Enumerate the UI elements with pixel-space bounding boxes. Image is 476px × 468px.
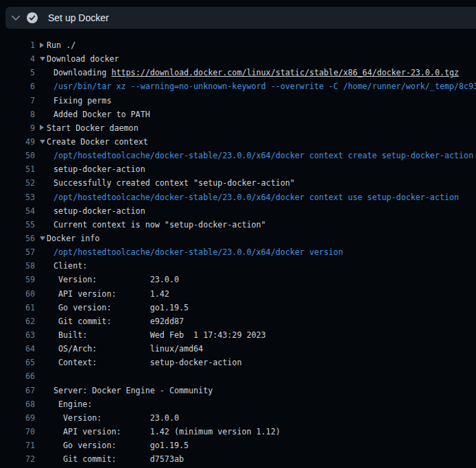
- check-circle-icon: [27, 12, 38, 23]
- log-text: Added Docker to PATH: [53, 108, 150, 121]
- log-text: Context: setup-docker-action: [53, 356, 241, 369]
- log-text-segment: Version: 23.0.0: [53, 275, 179, 284]
- line-number[interactable]: 72: [0, 452, 35, 466]
- group-collapse-icon[interactable]: [40, 236, 45, 241]
- log-line: 68 Engine:: [0, 397, 476, 411]
- line-number[interactable]: 1: [0, 38, 35, 52]
- log-line: 65 Context: setup-docker-action: [0, 356, 476, 369]
- log-group-line[interactable]: 1 Run ./: [0, 38, 476, 52]
- line-number[interactable]: 51: [0, 162, 35, 176]
- line-number[interactable]: 61: [0, 301, 35, 315]
- step-header[interactable]: Set up Docker: [5, 7, 476, 29]
- line-number[interactable]: 8: [0, 108, 35, 121]
- log-group-line[interactable]: 56 Docker info: [0, 232, 476, 245]
- line-number[interactable]: 6: [0, 79, 35, 93]
- line-number[interactable]: 59: [0, 273, 35, 286]
- line-number[interactable]: 54: [0, 204, 35, 218]
- line-number[interactable]: 53: [0, 190, 35, 204]
- log-link[interactable]: https://download.docker.com/linux/static…: [111, 68, 459, 77]
- log-text-segment: Go version: go1.19.5: [53, 303, 189, 312]
- log-text: Fixing perms: [53, 94, 111, 108]
- line-number[interactable]: 64: [0, 342, 35, 356]
- group-expand-icon[interactable]: [40, 125, 44, 130]
- log-line: 57 /opt/hostedtoolcache/docker-stable/23…: [0, 245, 476, 259]
- chevron-down-icon[interactable]: [10, 12, 21, 23]
- line-number[interactable]: 71: [0, 439, 35, 452]
- line-number[interactable]: 67: [0, 384, 35, 397]
- log-group-line[interactable]: 49 Create Docker context: [0, 135, 476, 149]
- log-text-segment: Version: 23.0.0: [53, 413, 179, 423]
- line-number[interactable]: 4: [0, 52, 35, 66]
- line-number[interactable]: 62: [0, 315, 35, 328]
- log-line: 54 setup-docker-action: [0, 204, 476, 218]
- log-line: 69 Version: 23.0.0: [0, 411, 476, 425]
- log-text: Server: Docker Engine - Community: [53, 384, 213, 397]
- line-number[interactable]: 70: [0, 425, 35, 439]
- log-text-segment: Start Docker daemon: [47, 123, 139, 133]
- log-line: 50 /opt/hostedtoolcache/docker-stable/23…: [0, 149, 476, 162]
- line-number[interactable]: 9: [0, 121, 35, 135]
- line-number[interactable]: 52: [0, 176, 35, 190]
- line-number[interactable]: 63: [0, 328, 35, 342]
- log-text-segment: API version: 1.42: [53, 289, 169, 299]
- log-text: /opt/hostedtoolcache/docker-stable/23.0.…: [53, 245, 343, 259]
- log-text: Download docker: [47, 52, 119, 66]
- log-line: 71 Go version: go1.19.5: [0, 439, 476, 452]
- log-line: 53 /opt/hostedtoolcache/docker-stable/23…: [0, 190, 476, 204]
- log-text: Downloading https://download.docker.com/…: [53, 66, 459, 79]
- log-text: Current context is now "setup-docker-act…: [53, 218, 266, 232]
- log-text: Run ./: [47, 38, 75, 52]
- log-text-segment: Run ./: [47, 40, 75, 50]
- log-line: 64 OS/Arch: linux/amd64: [0, 342, 476, 356]
- log-line: 55 Current context is now "setup-docker-…: [0, 218, 476, 232]
- line-number[interactable]: 60: [0, 287, 35, 301]
- log-group-line[interactable]: 9 Start Docker daemon: [0, 121, 476, 135]
- log-line: 67 Server: Docker Engine - Community: [0, 384, 476, 397]
- log-text-segment: Create Docker context: [47, 137, 148, 147]
- line-number[interactable]: 50: [0, 149, 35, 162]
- log-text: Built: Wed Feb 1 17:43:29 2023: [53, 328, 266, 342]
- log-text-segment: Downloading: [53, 68, 111, 77]
- log-text-segment: Server: Docker Engine - Community: [53, 386, 213, 395]
- log-text-segment: Added Docker to PATH: [53, 110, 150, 119]
- log-text-segment: OS/Arch: linux/amd64: [53, 344, 203, 354]
- log-text-segment: API version: 1.42 (minimum version 1.12): [53, 427, 281, 436]
- log-text: Git commit: d7573ab: [53, 452, 184, 466]
- log-line: 8 Added Docker to PATH: [0, 108, 476, 121]
- log-text: Create Docker context: [47, 135, 148, 149]
- log-text: Git commit: e92dd87: [53, 315, 184, 328]
- line-number[interactable]: 69: [0, 411, 35, 425]
- group-collapse-icon[interactable]: [40, 140, 45, 144]
- log-text: Engine:: [53, 397, 92, 411]
- line-number[interactable]: 68: [0, 397, 35, 411]
- log-line: 61 Go version: go1.19.5: [0, 301, 476, 315]
- log-lines: 1 Run ./ 4 Download docker 5 Downloading…: [0, 38, 476, 466]
- log-text: setup-docker-action: [53, 204, 145, 218]
- line-number[interactable]: 55: [0, 218, 35, 232]
- log-text: /usr/bin/tar xz --warning=no-unknown-key…: [53, 79, 476, 93]
- log-text: Client:: [53, 259, 87, 273]
- line-number[interactable]: 5: [0, 66, 35, 79]
- log-group-line[interactable]: 4 Download docker: [0, 52, 476, 66]
- log-text-segment: Successfully created context "setup-dock…: [53, 178, 295, 188]
- log-text-segment: Git commit: d7573ab: [53, 454, 184, 464]
- log-text: Go version: go1.19.5: [53, 301, 189, 315]
- line-number[interactable]: 58: [0, 259, 35, 273]
- line-number[interactable]: 57: [0, 245, 35, 259]
- log-line: 7 Fixing perms: [0, 94, 476, 108]
- log-line: 51 setup-docker-action: [0, 162, 476, 176]
- group-collapse-icon[interactable]: [40, 57, 45, 61]
- log-text: /opt/hostedtoolcache/docker-stable/23.0.…: [53, 190, 459, 204]
- line-number[interactable]: 56: [0, 232, 35, 245]
- line-number[interactable]: 66: [0, 369, 35, 383]
- log-text: Version: 23.0.0: [53, 273, 179, 286]
- line-number[interactable]: 7: [0, 94, 35, 108]
- line-number[interactable]: 65: [0, 356, 35, 369]
- log-line: 52 Successfully created context "setup-d…: [0, 176, 476, 190]
- log-line: 6 /usr/bin/tar xz --warning=no-unknown-k…: [0, 79, 476, 93]
- log-text-segment: Fixing perms: [53, 96, 111, 106]
- log-text-segment: Built: Wed Feb 1 17:43:29 2023: [53, 330, 266, 340]
- log-text-segment: Git commit: e92dd87: [53, 317, 184, 326]
- group-expand-icon[interactable]: [40, 42, 44, 48]
- line-number[interactable]: 49: [0, 135, 35, 149]
